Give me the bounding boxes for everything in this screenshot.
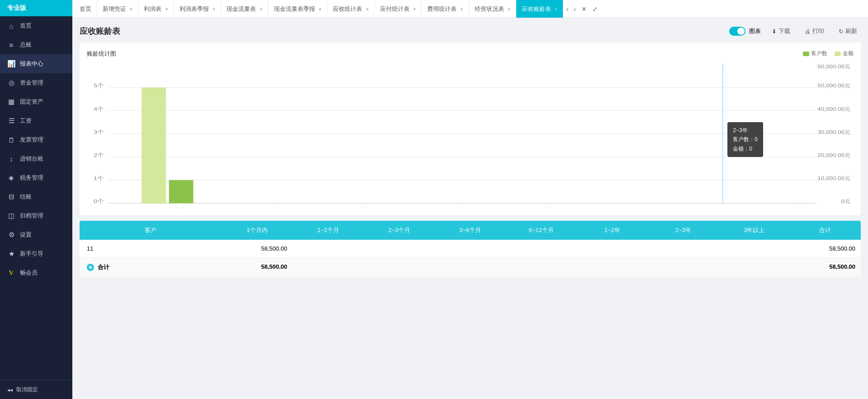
sidebar-unpin-button[interactable]: ◂◂ 取消固定 [0, 380, 72, 399]
col-total: 合计 [790, 221, 861, 240]
col-customer: 客户 [80, 221, 222, 240]
sidebar-label-funds: 资金管理 [20, 79, 43, 87]
svg-text:4个: 4个 [94, 106, 104, 112]
tab-close-all-button[interactable]: ✕ [579, 0, 590, 18]
col-m1: 1个月内 [222, 221, 292, 240]
sidebar-item-funds[interactable]: ◎ 资金管理 [0, 73, 72, 92]
sidebar-label-assets: 固定资产 [20, 98, 43, 106]
svg-text:2个: 2个 [94, 152, 104, 158]
tab-profit-quarter-close[interactable]: × [212, 6, 215, 12]
tab-profit-quarter[interactable]: 利润表季报 × [174, 0, 221, 18]
sidebar-item-closing[interactable]: ⊟ 结账 [0, 187, 72, 206]
data-table: 客户 1个月内 1~2个月 2~3个月 3~6个月 6~12个月 1~2年 2~… [80, 221, 861, 277]
sidebar-label-vip: 畅会员 [20, 269, 38, 277]
svg-text:2~3个月: 2~3个月 [345, 207, 370, 208]
sidebar-label-reports: 报表中心 [20, 60, 43, 68]
sidebar-item-payroll[interactable]: ☰ 工资 [0, 111, 72, 130]
sidebar-label-guide: 新手引导 [20, 250, 43, 258]
tab-expense-stats[interactable]: 费用统计表 × [422, 0, 469, 18]
tab-profit[interactable]: 利润表 × [138, 0, 174, 18]
tab-cashflow-quarter[interactable]: 现金流量表季报 × [269, 0, 327, 18]
cell-m36 [434, 240, 505, 257]
tab-new-voucher[interactable]: 新增凭证 × [97, 0, 138, 18]
cell-m12 [292, 240, 363, 257]
legend-customers: 客户数 [803, 50, 827, 57]
chart-toggle-group: 图表 [729, 27, 761, 36]
summary-icon: ⊕ [87, 264, 94, 271]
print-label: 打印 [812, 27, 824, 35]
inventory-icon: ↕ [7, 155, 15, 163]
tab-new-voucher-close[interactable]: × [130, 6, 132, 12]
bar-amount-1 [142, 87, 166, 203]
sidebar-item-invoice[interactable]: 🗒 发票管理 [0, 130, 72, 149]
tab-cashflow-close[interactable]: × [259, 6, 262, 12]
tab-cashflow-label: 现金流量表 [226, 5, 256, 13]
tab-expense-stats-label: 费用统计表 [427, 5, 457, 13]
col-y23: 2~3年 [648, 221, 719, 240]
download-button[interactable]: ⬇ 下载 [768, 25, 794, 37]
summary-label: 合计 [98, 263, 109, 271]
cell-y23 [648, 240, 719, 257]
summary-m23 [363, 258, 434, 277]
home-icon: ⌂ [7, 22, 15, 30]
tab-receivable-stats[interactable]: 应收统计表 × [327, 0, 374, 18]
tab-operations[interactable]: 经营状况表 × [469, 0, 516, 18]
tab-cashflow[interactable]: 现金流量表 × [221, 0, 268, 18]
cell-y3plus [719, 240, 790, 257]
sidebar-item-guide[interactable]: ★ 新手引导 [0, 244, 72, 263]
tab-operations-close[interactable]: × [508, 6, 510, 12]
content-area: 应收账龄表 图表 ⬇ 下载 🖨 打印 ↻ 刷新 [72, 18, 868, 399]
page-header: 应收账龄表 图表 ⬇ 下载 🖨 打印 ↻ 刷新 [80, 25, 861, 37]
download-icon: ⬇ [772, 28, 777, 35]
legend-amount-color [835, 52, 841, 56]
sidebar-item-ledger[interactable]: ≡ 总账 [0, 35, 72, 54]
chart-toggle[interactable] [729, 27, 745, 36]
assets-icon: ▦ [7, 98, 15, 106]
tab-home[interactable]: 首页 [74, 0, 97, 18]
bar-customers-1 [169, 180, 193, 203]
sidebar-item-vip[interactable]: V 畅会员 [0, 263, 72, 282]
tab-receivable-aging-close[interactable]: × [555, 6, 557, 12]
tab-receivable-stats-close[interactable]: × [366, 6, 368, 12]
payroll-icon: ☰ [7, 117, 15, 125]
svg-text:2~3年: 2~3年 [714, 207, 732, 208]
download-label: 下载 [778, 27, 790, 35]
tab-payable-stats[interactable]: 应付统计表 × [375, 0, 422, 18]
sidebar-item-settings[interactable]: ⚙ 设置 [0, 225, 72, 244]
sidebar-item-inventory[interactable]: ↕ 进销台账 [0, 149, 72, 168]
svg-text:5个: 5个 [94, 83, 104, 89]
tab-payable-stats-close[interactable]: × [413, 6, 416, 12]
page-title: 应收账龄表 [80, 26, 120, 37]
sidebar-item-home[interactable]: ⌂ 首页 [0, 16, 72, 35]
funds-icon: ◎ [7, 79, 15, 87]
refresh-button[interactable]: ↻ 刷新 [835, 25, 861, 37]
svg-text:3~6个月: 3~6个月 [437, 207, 461, 208]
refresh-icon: ↻ [839, 28, 844, 35]
sidebar-label-archive: 归档管理 [20, 212, 43, 220]
tab-next-button[interactable]: › [571, 0, 579, 18]
col-y3plus: 3年以上 [719, 221, 790, 240]
tab-cashflow-quarter-close[interactable]: × [319, 6, 321, 12]
table-row: 11 58,500.00 58,500.00 [80, 240, 861, 258]
tab-prev-button[interactable]: ‹ [563, 0, 571, 18]
summary-m1: 58,500.00 [222, 258, 292, 277]
tab-expense-stats-close[interactable]: × [460, 6, 463, 12]
col-m612: 6~12个月 [506, 221, 577, 240]
reports-icon: 📊 [7, 60, 15, 68]
tab-profit-label: 利润表 [144, 5, 161, 13]
tab-receivable-aging[interactable]: 应收账龄表 × [516, 0, 563, 18]
sidebar-item-tax[interactable]: ◈ 税务管理 [0, 168, 72, 187]
tab-operations-label: 经营状况表 [475, 5, 504, 13]
tab-expand-button[interactable]: ⤢ [590, 0, 600, 18]
tab-profit-close[interactable]: × [165, 6, 168, 12]
refresh-label: 刷新 [845, 27, 857, 35]
summary-m36 [434, 258, 505, 277]
sidebar-item-assets[interactable]: ▦ 固定资产 [0, 92, 72, 111]
svg-text:20,000.00元: 20,000.00元 [817, 152, 850, 158]
sidebar-item-reports[interactable]: 📊 报表中心 [0, 54, 72, 73]
sidebar-item-archive[interactable]: ◫ 归档管理 [0, 206, 72, 225]
svg-text:6~12个月: 6~12个月 [526, 207, 554, 208]
chart-title: 账龄统计图 [87, 50, 854, 58]
print-button[interactable]: 🖨 打印 [801, 25, 828, 37]
tab-payable-stats-label: 应付统计表 [380, 5, 410, 13]
